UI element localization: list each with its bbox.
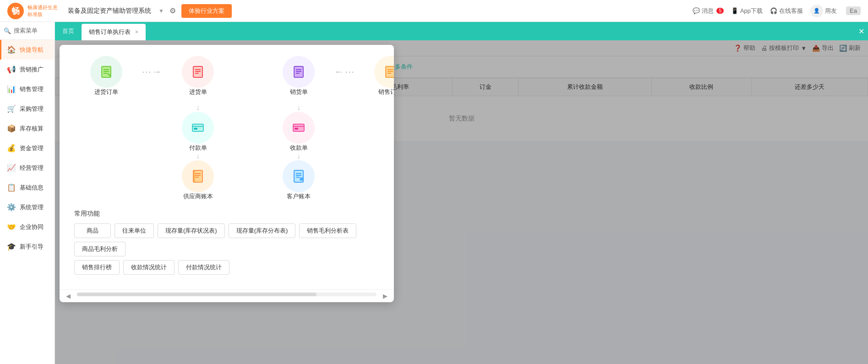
flow-node-payment[interactable] bbox=[182, 112, 214, 144]
tab-close-icon[interactable]: × bbox=[135, 29, 138, 35]
operation-icon: 📈 bbox=[7, 163, 16, 172]
message-badge: 5 bbox=[716, 8, 724, 14]
header-right: 💬 消息 5 📱 App下载 🎧 在线客服 👤 用友 Ea bbox=[693, 5, 861, 17]
svg-rect-4 bbox=[193, 66, 202, 77]
sidebar-item-finance[interactable]: 💰 资金管理 bbox=[0, 138, 55, 158]
sidebar-item-operation[interactable]: 📈 经营管理 bbox=[0, 158, 55, 178]
flow-node-sales-order[interactable] bbox=[374, 56, 394, 88]
sidebar-item-label: 库存核算 bbox=[20, 125, 44, 133]
enterprise-icon: 🤝 bbox=[7, 223, 16, 231]
common-functions-title: 常用功能 bbox=[74, 210, 379, 218]
tab-home-label: 首页 bbox=[62, 27, 74, 35]
scroll-left-icon[interactable]: ◀ bbox=[63, 292, 73, 300]
sidebar-item-label: 资金管理 bbox=[20, 144, 44, 152]
base-info-icon: 📋 bbox=[7, 183, 16, 192]
avatar: 👤 bbox=[810, 5, 823, 17]
flow-label-purchase-bill: 进货单 bbox=[189, 88, 207, 96]
sidebar-item-base-info[interactable]: 📋 基础信息 bbox=[0, 178, 55, 197]
sidebar-item-marketing[interactable]: 📢 营销推广 bbox=[0, 60, 55, 79]
page-content: ❓ 帮助 🖨 按模板打印 ▼ 📤 导出 🔄 刷新 bbox=[55, 40, 868, 364]
func-btn-payment-stats[interactable]: 付款情况统计 bbox=[178, 260, 229, 275]
flow-col-sales-order: 销售订单 bbox=[358, 56, 394, 96]
func-btn-product-profit[interactable]: 商品毛利分析 bbox=[74, 242, 126, 256]
flow-node-purchase-order[interactable] bbox=[90, 56, 122, 88]
flow-node-supplier-ledger[interactable] bbox=[182, 160, 214, 192]
sidebar-item-label: 系统管理 bbox=[20, 203, 44, 212]
main-area: 🔍 搜索菜单 🏠 快捷导航 📢 营销推广 📊 销售管理 🛒 采购管理 📦 bbox=[0, 22, 868, 364]
sidebar-item-new-guide[interactable]: 🎓 新手引导 bbox=[0, 237, 55, 256]
ea-badge: Ea bbox=[846, 6, 861, 15]
flow-label-purchase-order: 进货订单 bbox=[94, 88, 118, 96]
logo-icon: 畅 bbox=[7, 3, 24, 19]
finance-icon: 💰 bbox=[7, 144, 16, 152]
sidebar-item-quick-nav[interactable]: 🏠 快捷导航 bbox=[0, 40, 55, 60]
func-btn-stock-status[interactable]: 现存量(库存状况表) bbox=[158, 223, 225, 238]
flow-node-purchase-bill[interactable] bbox=[182, 56, 214, 88]
tab-sales-order[interactable]: 销售订单执行表 × bbox=[82, 24, 146, 40]
flow-arrows-row: ↓ ↓ bbox=[74, 103, 379, 112]
sidebar-item-label: 快捷导航 bbox=[20, 46, 44, 54]
svg-point-31 bbox=[300, 177, 303, 181]
header-left: 畅 畅康通好生意 标准版 装备及固定资产辅助管理系统 ▼ ⚙ 体验行业方案 bbox=[7, 3, 232, 19]
sidebar-item-label: 采购管理 bbox=[20, 105, 44, 113]
sidebar-item-label: 经营管理 bbox=[20, 164, 44, 172]
settings-icon[interactable]: ⚙ bbox=[169, 6, 176, 15]
scroll-right-icon[interactable]: ▶ bbox=[380, 292, 390, 300]
user-action[interactable]: 👤 用友 bbox=[810, 5, 837, 17]
func-btn-partner[interactable]: 往来单位 bbox=[115, 223, 154, 238]
flow-node-customer-ledger[interactable] bbox=[283, 160, 315, 192]
tab-bar-close-icon[interactable]: ✕ bbox=[858, 27, 864, 36]
flow-label-sales-order: 销售订单 bbox=[378, 88, 394, 96]
experience-button[interactable]: 体验行业方案 bbox=[181, 4, 232, 18]
app-container: 畅 畅康通好生意 标准版 装备及固定资产辅助管理系统 ▼ ⚙ 体验行业方案 💬 … bbox=[0, 0, 868, 364]
sidebar-item-purchase[interactable]: 🛒 采购管理 bbox=[0, 99, 55, 119]
sidebar-search[interactable]: 🔍 搜索菜单 bbox=[0, 22, 55, 40]
down-arrow-payment: ↓ bbox=[166, 152, 230, 160]
flow-label-sales-bill: 销货单 bbox=[290, 88, 308, 96]
new-guide-icon: 🎓 bbox=[7, 242, 16, 251]
sidebar-item-label: 企业协同 bbox=[20, 223, 44, 231]
flow-label-receipt: 收款单 bbox=[290, 144, 308, 152]
down-arrow-sales: ↓ bbox=[267, 103, 331, 112]
phone-icon: 📱 bbox=[731, 7, 738, 14]
func-btn-stock-dist[interactable]: 现存量(库存分布表) bbox=[229, 223, 296, 238]
modal-overlay: 进货订单 ···→ 进货单 bbox=[55, 40, 868, 364]
arrow-sales-order-to-bill: ←··· bbox=[331, 56, 358, 78]
tab-home[interactable]: 首页 bbox=[55, 22, 82, 40]
sidebar-item-enterprise[interactable]: 🤝 企业协同 bbox=[0, 217, 55, 237]
flow-arrows-row2: ↓ ↓ bbox=[74, 152, 379, 160]
message-icon: 💬 bbox=[693, 7, 700, 14]
message-action[interactable]: 💬 消息 5 bbox=[693, 7, 724, 15]
func-btn-sales-profit[interactable]: 销售毛利分析表 bbox=[299, 223, 356, 238]
svg-rect-19 bbox=[293, 124, 304, 131]
top-header: 畅 畅康通好生意 标准版 装备及固定资产辅助管理系统 ▼ ⚙ 体验行业方案 💬 … bbox=[0, 0, 868, 22]
modal-scrollbar-thumb bbox=[77, 293, 317, 296]
func-btn-product[interactable]: 商品 bbox=[74, 223, 111, 238]
svg-rect-8 bbox=[294, 66, 303, 77]
purchase-icon: 🛒 bbox=[7, 104, 16, 113]
spacer-middle bbox=[230, 56, 267, 66]
func-btn-receipt-stats[interactable]: 收款情况统计 bbox=[123, 260, 175, 275]
logo-area: 畅 畅康通好生意 标准版 bbox=[7, 3, 62, 19]
online-service-action[interactable]: 🎧 在线客服 bbox=[770, 7, 803, 15]
down-arrow-receipt: ↓ bbox=[267, 152, 331, 160]
svg-rect-12 bbox=[386, 66, 394, 77]
sidebar-item-inventory[interactable]: 📦 库存核算 bbox=[0, 119, 55, 138]
sidebar-item-sales[interactable]: 📊 销售管理 bbox=[0, 79, 55, 99]
flow-modal: 进货订单 ···→ 进货单 bbox=[60, 45, 394, 302]
sys-mgmt-icon: ⚙️ bbox=[7, 203, 16, 212]
flow-col-payment: 付款单 bbox=[166, 112, 230, 152]
tab-sales-order-label: 销售订单执行表 bbox=[89, 28, 131, 36]
modal-scrollbar-row: ◀ ▶ bbox=[60, 289, 394, 302]
logo-text: 畅康通好生意 标准版 bbox=[27, 4, 58, 17]
app-download-action[interactable]: 📱 App下载 bbox=[731, 7, 763, 15]
flow-col-supplier-ledger: 供应商账本 bbox=[166, 160, 230, 201]
modal-scrollbar[interactable] bbox=[77, 293, 377, 296]
dropdown-arrow-icon[interactable]: ▼ bbox=[158, 8, 164, 14]
func-btn-sales-rank[interactable]: 销售排行榜 bbox=[74, 260, 120, 275]
home-icon: 🏠 bbox=[7, 45, 16, 54]
flow-node-receipt[interactable] bbox=[283, 112, 315, 144]
system-title: 装备及固定资产辅助管理系统 bbox=[68, 7, 151, 15]
flow-node-sales-bill[interactable] bbox=[283, 56, 315, 88]
sidebar-item-sys-mgmt[interactable]: ⚙️ 系统管理 bbox=[0, 197, 55, 217]
